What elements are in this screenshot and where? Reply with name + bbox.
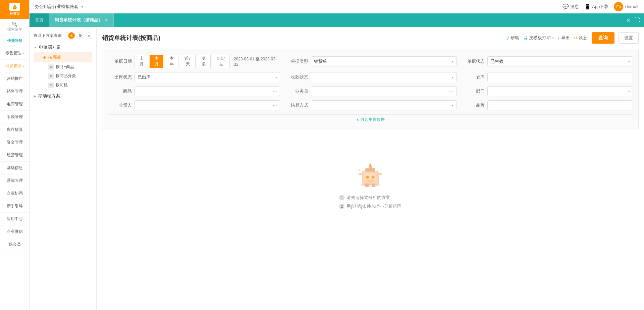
sidebar-item-retail[interactable]: 零售管理 ▾ xyxy=(0,47,29,60)
settings-btn[interactable]: 设置 xyxy=(619,32,639,44)
filter-doc-status: 单据状态 已生效 ▾ xyxy=(461,56,633,66)
collapse-panel-btn[interactable]: « xyxy=(86,32,92,39)
print-btn[interactable]: 🖨 按模板打印 ▾ xyxy=(523,35,554,41)
date-range: 2023-03-01 至 2023-03-31 xyxy=(234,56,280,67)
content-area: 按以下方案查询 + ⚙ « ▼ 电脑端方案 ● 按商品 ≡ 按月+商品 xyxy=(30,27,644,310)
sidebar-item-wechat[interactable]: 企业微信 xyxy=(0,225,29,238)
tab-maximize-icon[interactable]: ⛶ xyxy=(633,16,641,24)
recipient-label: 收货人 xyxy=(108,102,135,108)
chevron-down-icon: ▾ xyxy=(628,90,630,93)
dots-icon[interactable]: ··· xyxy=(273,88,277,94)
scheme-settings-btn[interactable]: ⚙ xyxy=(77,32,84,39)
warehouse-select[interactable] xyxy=(487,72,633,82)
dropdown-arrow-industry[interactable]: ▾ xyxy=(81,4,84,9)
department-select[interactable]: ▾ xyxy=(487,86,633,96)
sidebar-item-enterprise[interactable]: 企业协同 xyxy=(0,187,29,200)
payment-method-select[interactable]: ▾ xyxy=(311,100,457,110)
doc-type-select[interactable]: 销货单 ▾ xyxy=(311,56,457,66)
scheme-icon: ≡ xyxy=(48,83,54,88)
filter-receipt-status: 收款状态 ▾ xyxy=(284,72,457,82)
avatar: Ea xyxy=(614,2,623,11)
query-btn[interactable]: 查询 xyxy=(592,32,614,44)
svg-rect-11 xyxy=(365,184,369,187)
scheme-by-category[interactable]: ≡ 按商品分类 xyxy=(34,71,92,81)
warehouse-out-select[interactable]: 已出库 ▾ xyxy=(135,72,280,82)
left-panel: 按以下方案查询 + ⚙ « ▼ 电脑端方案 ● 按商品 ≡ 按月+商品 xyxy=(30,27,97,310)
last-month-btn[interactable]: 上月 xyxy=(135,55,148,68)
add-scheme-btn[interactable]: + xyxy=(68,32,75,39)
filter-date: 单据日期 上月 本月 本年 近7天 更多 自定义 2023-03-01 至 20… xyxy=(108,55,280,68)
empty-tip-2: 2 用[过滤]条件来缩小分析范围 xyxy=(339,203,401,209)
sidebar-item-wholesale[interactable]: 批发管理 ▴ xyxy=(0,60,29,72)
user-profile[interactable]: Ea demo2 xyxy=(614,2,639,11)
sidebar-item-sales[interactable]: 销售管理 xyxy=(0,85,29,98)
svg-rect-10 xyxy=(378,173,382,175)
tab-bar-actions: ✕ ⛶ xyxy=(625,16,644,25)
industry-name: 办公用品行业模拟账套 xyxy=(35,4,78,10)
more-date-btn[interactable]: 更多 xyxy=(197,55,211,68)
sidebar-item-newbie[interactable]: 新手引导 xyxy=(0,200,29,213)
sidebar-item-basic[interactable]: 基础信息 xyxy=(0,162,29,174)
sidebar-item-quick-nav[interactable]: 快捷导航 xyxy=(0,35,29,47)
filter-row-4: 收货人 ··· 结算方式 ▾ 品牌 xyxy=(108,100,633,110)
filter-row-1: 单据日期 上月 本月 本年 近7天 更多 自定义 2023-03-01 至 20… xyxy=(108,55,633,68)
salesperson-select[interactable]: ··· xyxy=(311,86,457,96)
tab-sales-stats[interactable]: 销货单统计表（按商品） ✕ xyxy=(49,13,114,27)
chevron-down-icon: ▾ xyxy=(275,75,277,79)
product-select[interactable]: ··· xyxy=(135,86,280,96)
dots-icon[interactable]: ··· xyxy=(273,102,277,108)
mobile-scheme-header[interactable]: ▶ 移动端方案 xyxy=(34,91,92,101)
mobile-scheme-section: ▶ 移动端方案 xyxy=(30,90,96,102)
date-buttons: 上月 本月 本年 近7天 更多 自定义 xyxy=(135,55,230,68)
filter-brand: 品牌 xyxy=(461,100,633,110)
help-btn[interactable]: ? 帮助 xyxy=(506,35,519,41)
svg-point-8 xyxy=(369,163,372,166)
collapse-filters-btn[interactable]: ∧ 收起更多条件 xyxy=(108,114,633,124)
search-menu[interactable]: 🔍 搜索菜单 xyxy=(0,19,29,35)
sidebar-item-operations[interactable]: 经营管理 xyxy=(0,149,29,162)
download-icon: 📱 xyxy=(584,4,591,10)
chevron-down-icon: ▾ xyxy=(452,60,453,63)
receipt-status-select[interactable]: ▾ xyxy=(311,72,457,82)
chevron-icon: ▾ xyxy=(22,52,24,55)
sidebar-item-inventory[interactable]: 库存核算 xyxy=(0,123,29,136)
scheme-by-month-product[interactable]: ≡ 按月+商品 xyxy=(34,62,92,71)
sidebar-item-purchase[interactable]: 采购管理 xyxy=(0,111,29,123)
pc-scheme-header[interactable]: ▼ 电脑端方案 xyxy=(34,42,92,52)
export-btn[interactable]: ↑ 导出 xyxy=(558,35,570,41)
sidebar-item-finance[interactable]: 资金管理 xyxy=(0,136,29,149)
filter-salesperson: 业务员 ··· xyxy=(284,86,457,96)
app-download-btn[interactable]: 📱 App下载 xyxy=(584,4,608,10)
sidebar-item-system[interactable]: 系统管理 xyxy=(0,174,29,187)
dots-icon[interactable]: ··· xyxy=(449,88,453,94)
message-btn[interactable]: 💬 消息 xyxy=(562,4,579,10)
scheme-by-cashier[interactable]: ≡ 按司机 xyxy=(34,81,92,90)
refresh-btn[interactable]: ↺ 刷新 xyxy=(574,35,588,41)
sidebar-item-marketing[interactable]: 营销推广 xyxy=(0,72,29,85)
warehouse-out-label: 出库状态 xyxy=(108,74,135,80)
header-right: 💬 消息 📱 App下载 Ea demo2 xyxy=(562,2,639,11)
payment-method-label: 结算方式 xyxy=(284,102,311,108)
this-month-btn[interactable]: 本月 xyxy=(150,55,163,68)
svg-text:✦: ✦ xyxy=(380,167,382,170)
this-year-btn[interactable]: 本年 xyxy=(165,55,178,68)
last-7-days-btn[interactable]: 近7天 xyxy=(180,55,196,68)
print-dropdown-icon[interactable]: ▾ xyxy=(552,36,554,40)
svg-point-5 xyxy=(372,176,374,178)
recipient-select[interactable]: ··· xyxy=(135,100,280,110)
brand-select[interactable] xyxy=(487,100,633,110)
sidebar-item-apps[interactable]: 应用中心 xyxy=(0,213,29,225)
doc-status-select[interactable]: 已生效 ▾ xyxy=(487,56,633,66)
tab-close-icon[interactable]: ✕ xyxy=(105,18,108,22)
svg-rect-12 xyxy=(372,184,375,187)
sidebar-item-ecommerce[interactable]: 电商管理 xyxy=(0,98,29,111)
tab-close-window-icon[interactable]: ✕ xyxy=(625,16,632,25)
filter-product: 商品 ··· xyxy=(108,86,280,96)
scheme-by-product[interactable]: ● 按商品 xyxy=(34,52,92,62)
export-icon: ↑ xyxy=(558,36,560,41)
tab-home[interactable]: 首页 xyxy=(30,13,49,27)
svg-rect-3 xyxy=(364,173,377,182)
sidebar-item-member[interactable]: 畅会员 xyxy=(0,238,29,251)
sidebar: 标签页 🔍 搜索菜单 快捷导航 零售管理 ▾ 批发管理 ▴ 营销推广 销售管理 … xyxy=(0,0,30,310)
custom-date-btn[interactable]: 自定义 xyxy=(212,55,230,68)
